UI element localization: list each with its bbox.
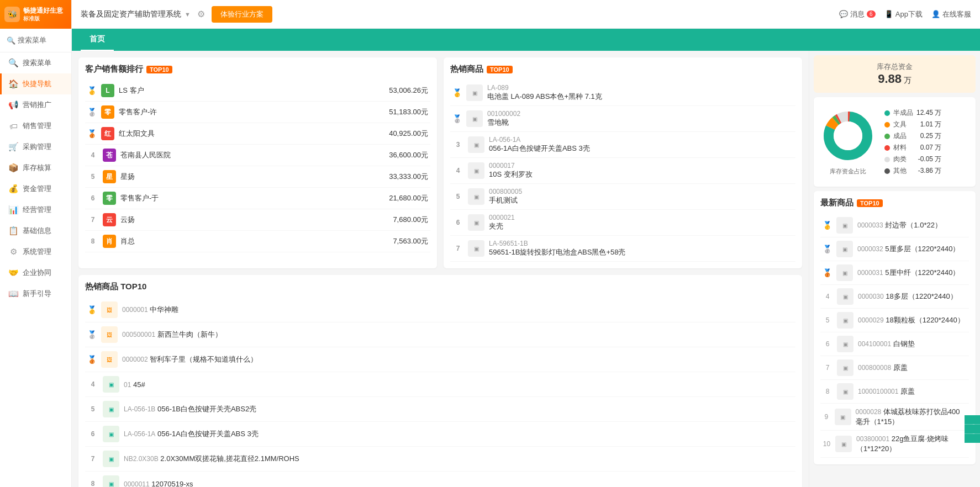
- hpr-img-0: ▣: [466, 84, 483, 101]
- hot-right-item-0: 🥇 ▣ LA-089 电池盖 LA-089 ABS本色+黑种 7.1克: [450, 80, 795, 106]
- hp-rank-6: 7: [87, 455, 98, 463]
- customer-amount-5: 21,680.00元: [389, 193, 428, 203]
- hot-product-item-2: 🥉 🖼 0000002 智利车子里（规格不知道填什么）: [85, 347, 795, 372]
- hp-info-4: LA-056-1B 056-1B白色按键开关壳ABS2壳: [124, 404, 256, 414]
- sidebar-item-0[interactable]: 🔍搜索菜单: [0, 52, 71, 73]
- sidebar-item-1[interactable]: 🏠快捷导航: [0, 73, 71, 94]
- sidebar-item-10[interactable]: 🤝企业协同: [0, 262, 71, 283]
- nav-icon-8: 📋: [8, 226, 18, 236]
- lp-name-2: 5厘中纤（1220*2440）: [885, 268, 960, 277]
- hp-name-2: 智利车子里（规格不知道填什么）: [150, 355, 257, 363]
- hpr-rank-6: 7: [452, 245, 463, 252]
- latest-products-label: 最新商品: [820, 198, 853, 208]
- sidebar-item-8[interactable]: 📋基础信息: [0, 220, 71, 241]
- hp-info-7: 0000011 12070519-xs: [124, 480, 193, 488]
- legend-item-3: 材料 0.07 万: [884, 143, 941, 152]
- nav-label-11: 新手引导: [23, 289, 51, 299]
- sidebar-item-3[interactable]: 🏷销售管理: [0, 115, 71, 136]
- customer-amount-6: 7,680.00元: [393, 215, 428, 225]
- customer-avatar-7: 肖: [103, 235, 116, 248]
- sidebar-item-6[interactable]: 💰资金管理: [0, 178, 71, 199]
- lp-img-4: ▣: [837, 312, 853, 329]
- nav-icon-4: 🛒: [8, 142, 18, 152]
- hp-img-4: ▣: [103, 401, 119, 417]
- float-buttons: 客服热线服务社区直播: [965, 415, 980, 443]
- customer-top-badge: TOP10: [146, 66, 172, 73]
- service-btn[interactable]: 👤 在线客服: [931, 9, 971, 19]
- hot-right-item-5: 6 ▣ 0000021 夹壳: [450, 210, 795, 236]
- lp-info-5: 004100001 白钢垫: [858, 339, 915, 349]
- customer-amount-0: 53,006.26元: [389, 86, 428, 96]
- legend-item-1: 文具 1.01 万: [884, 120, 941, 129]
- sidebar-item-7[interactable]: 📊经营管理: [0, 199, 71, 220]
- customer-rank-item-5: 6 零 零售客户-于 21,680.00元: [85, 188, 430, 209]
- legend-val-0: 12.45 万: [916, 108, 941, 118]
- customer-rank-title: 客户销售额排行 TOP10: [85, 64, 430, 75]
- chart-label: 库存资金占比: [820, 167, 876, 176]
- app-download-btn[interactable]: 📱 App下载: [884, 9, 923, 19]
- trial-btn[interactable]: 体验行业方案: [212, 6, 272, 23]
- lp-medal-silver: 🥈: [823, 245, 832, 253]
- settings-icon[interactable]: ⚙: [197, 9, 205, 19]
- lp-code-7: 10000100001: [858, 388, 898, 395]
- content-area: 客户销售额排行 TOP10 🥇 L LS 客户 53,006.26元 🥈 零 零…: [72, 51, 980, 487]
- lp-img-3: ▣: [837, 288, 853, 305]
- main-content: 客户销售额排行 TOP10 🥇 L LS 客户 53,006.26元 🥈 零 零…: [72, 51, 809, 487]
- sidebar-item-9[interactable]: ⚙系统管理: [0, 241, 71, 262]
- hpr-name-5: 夹壳: [489, 221, 515, 231]
- lp-info-8: 0000028 体城荔枝味苏打饮品400毫升（1*15）: [856, 407, 967, 427]
- latest-item-6: 7 ▣ 000800008 原盖: [820, 356, 969, 380]
- inventory-amount: 9.88 万: [820, 72, 969, 86]
- sidebar-item-4[interactable]: 🛒采购管理: [0, 136, 71, 157]
- home-tab[interactable]: 首页: [81, 29, 114, 51]
- message-btn[interactable]: 💬 消息 6: [839, 9, 876, 19]
- inventory-chart-card: 库存资金占比 半成品 12.45 万 文具 1.01 万 成品 0.25 万 材…: [814, 97, 976, 187]
- hp-medal-gold: 🥇: [87, 305, 97, 314]
- customer-avatar-3: 苍: [103, 149, 116, 162]
- hot-product-item-4: 5 ▣ LA-056-1B 056-1B白色按键开关壳ABS2壳: [85, 397, 795, 422]
- lp-code-4: 0000029: [858, 316, 884, 324]
- hp-name-3: 45#: [133, 380, 145, 389]
- sidebar-item-5[interactable]: 📦库存核算: [0, 157, 71, 178]
- inventory-legend: 半成品 12.45 万 文具 1.01 万 成品 0.25 万 材料 0.07 …: [884, 108, 941, 176]
- hpr-img-5: ▣: [468, 214, 484, 231]
- sidebar-item-11[interactable]: 📖新手引导: [0, 283, 71, 304]
- sidebar-item-2[interactable]: 📢营销推广: [0, 94, 71, 115]
- hpr-code-0: LA-089: [487, 84, 602, 92]
- title-dropdown-icon[interactable]: ▼: [185, 11, 191, 18]
- lp-code-3: 0000030: [858, 293, 884, 300]
- float-btn-1[interactable]: 服务社区: [965, 425, 980, 434]
- donut-container: 库存资金占比 半成品 12.45 万 文具 1.01 万 成品 0.25 万 材…: [820, 104, 969, 180]
- hp-img-2: 🖼: [101, 351, 118, 368]
- lp-code-1: 0000032: [857, 245, 883, 253]
- float-btn-0[interactable]: 客服热线: [965, 415, 980, 425]
- hot-products-right-card: 热销商品 TOP10 🥇 ▣ LA-089 电池盖 LA-089 ABS本色+黑…: [444, 57, 802, 268]
- message-icon: 💬: [839, 10, 848, 18]
- topbar-right: 💬 消息 6 📱 App下载 👤 在线客服: [839, 9, 971, 19]
- hp-name-7: 12070519-xs: [151, 480, 193, 488]
- lp-name-0: 封边带（1.0*22）: [885, 221, 942, 229]
- legend-item-2: 成品 0.25 万: [884, 131, 941, 141]
- legend-label-4: 肉类: [893, 155, 907, 164]
- hp-img-5: ▣: [103, 426, 119, 442]
- nav-icon-9: ⚙: [8, 247, 18, 257]
- right-panel: 库存总资金 9.88 万: [809, 51, 980, 487]
- nav-icon-11: 📖: [8, 289, 18, 299]
- hpr-name-2: 056-1A白色按键开关盖ABS 3壳: [489, 144, 590, 153]
- hpr-code-6: LA-59651-1B: [489, 240, 625, 247]
- nav-label-7: 经营管理: [23, 205, 51, 215]
- inventory-total-card: 库存总资金 9.88 万: [814, 55, 976, 93]
- customer-avatar-1: 零: [101, 105, 114, 119]
- hpr-code-5: 0000021: [489, 214, 515, 221]
- rank-num: 7: [87, 216, 98, 224]
- lp-img-8: ▣: [835, 409, 851, 425]
- hp-code-2: 0000002: [122, 356, 148, 363]
- float-btn-2[interactable]: 直播: [965, 434, 980, 443]
- customer-amount-3: 36,600.00元: [389, 150, 428, 160]
- hp-code-0: 0000001: [122, 306, 148, 314]
- legend-label-3: 材料: [893, 143, 907, 152]
- hp-info-1: 000500001 新西兰牛肉（新牛）: [122, 330, 222, 340]
- page-nav: 首页: [72, 29, 980, 51]
- hot-products-right-list: 🥇 ▣ LA-089 电池盖 LA-089 ABS本色+黑种 7.1克 🥈 ▣ …: [450, 80, 795, 262]
- search-menu-btn[interactable]: 🔍 搜索菜单: [4, 33, 67, 47]
